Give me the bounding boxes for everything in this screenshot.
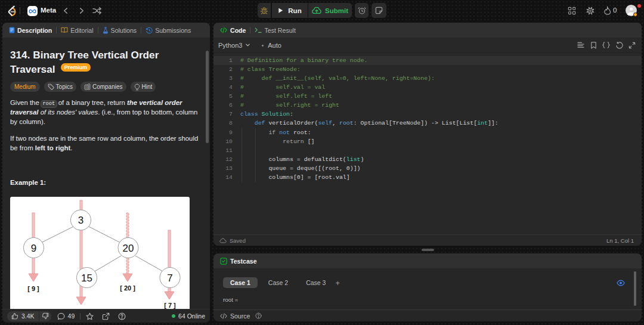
svg-text:[ 9 ]: [ 9 ]	[27, 285, 39, 292]
svg-text:15: 15	[81, 273, 92, 284]
svg-text:9: 9	[31, 243, 36, 254]
svg-text:[ 7 ]: [ 7 ]	[164, 302, 176, 309]
svg-text:[ 20 ]: [ 20 ]	[120, 284, 135, 292]
svg-text:7: 7	[167, 273, 172, 284]
svg-text:20: 20	[123, 243, 134, 254]
svg-text:3: 3	[78, 215, 83, 226]
